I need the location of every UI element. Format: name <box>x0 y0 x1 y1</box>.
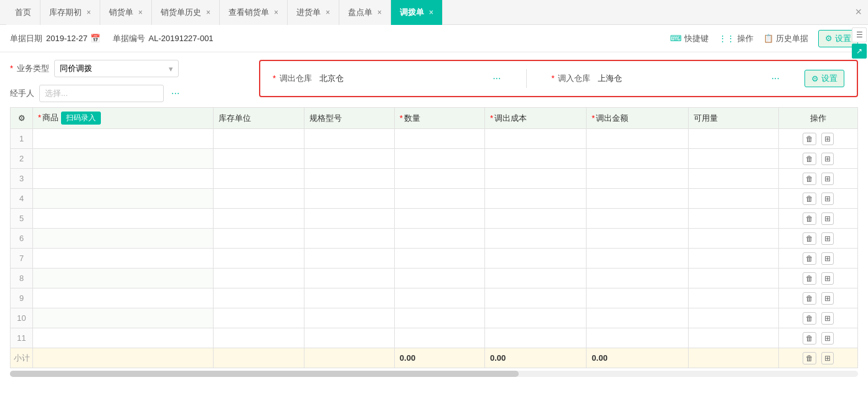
row-4-available[interactable] <box>688 189 778 209</box>
row-3-cost[interactable] <box>485 169 587 189</box>
row-8-unit[interactable] <box>214 269 304 288</box>
shortcut-button[interactable]: ⌨ 快捷键 <box>670 33 709 44</box>
row-4-unit[interactable] <box>214 189 304 209</box>
tab-purchase[interactable]: 进货单 × <box>288 0 339 25</box>
row-5-amount[interactable] <box>587 209 688 229</box>
row-1-available[interactable] <box>688 129 778 149</box>
row-7-product[interactable] <box>33 249 214 269</box>
tab-stocktake[interactable]: 盘点单 × <box>339 0 391 25</box>
row-4-amount[interactable] <box>587 189 688 209</box>
row-11-copy-button[interactable]: ⊞ <box>821 332 834 345</box>
row-3-spec[interactable] <box>304 169 394 189</box>
row-5-product[interactable] <box>33 209 214 229</box>
warehouse-out-more-icon[interactable]: ··· <box>493 73 501 84</box>
row-8-delete-button[interactable]: 🗑 <box>803 272 816 285</box>
row-5-spec[interactable] <box>304 209 394 229</box>
row-8-product[interactable] <box>33 269 214 288</box>
row-7-available[interactable] <box>688 249 778 269</box>
tab-home[interactable]: 首页 <box>6 0 40 25</box>
row-10-spec[interactable] <box>304 308 394 328</box>
tab-transfer[interactable]: 调拨单 × <box>391 0 443 25</box>
row-6-copy-button[interactable]: ⊞ <box>821 232 834 245</box>
row-5-unit[interactable] <box>214 209 304 229</box>
operation-button[interactable]: ⋮⋮ 操作 <box>719 33 753 44</box>
row-3-delete-button[interactable]: 🗑 <box>803 173 816 185</box>
row-11-product[interactable] <box>33 328 214 348</box>
close-window-button[interactable]: × <box>855 6 862 19</box>
handler-more-icon[interactable]: ··· <box>171 88 179 99</box>
row-9-product[interactable] <box>33 288 214 308</box>
row-9-amount[interactable] <box>587 288 688 308</box>
warehouse-settings-button[interactable]: ⚙ 设置 <box>804 70 844 87</box>
row-4-spec[interactable] <box>304 189 394 209</box>
close-icon[interactable]: × <box>206 8 210 17</box>
row-3-qty[interactable] <box>394 169 484 189</box>
row-7-delete-button[interactable]: 🗑 <box>803 252 816 265</box>
row-6-delete-button[interactable]: 🗑 <box>803 232 816 245</box>
subtotal-delete-button[interactable]: 🗑 <box>803 352 816 364</box>
row-11-delete-button[interactable]: 🗑 <box>803 332 816 345</box>
row-11-unit[interactable] <box>214 328 304 348</box>
scan-button[interactable]: 扫码录入 <box>61 112 101 125</box>
row-10-delete-button[interactable]: 🗑 <box>803 312 816 325</box>
row-9-copy-button[interactable]: ⊞ <box>821 292 834 305</box>
row-6-spec[interactable] <box>304 229 394 249</box>
history-button[interactable]: 📋 历史单据 <box>763 33 808 44</box>
business-type-select[interactable]: 同价调拨 ▾ <box>54 60 179 77</box>
row-4-qty[interactable] <box>394 189 484 209</box>
row-3-amount[interactable] <box>587 169 688 189</box>
row-6-qty[interactable] <box>394 229 484 249</box>
row-9-available[interactable] <box>688 288 778 308</box>
row-5-qty[interactable] <box>394 209 484 229</box>
row-4-product[interactable] <box>33 189 214 209</box>
row-3-unit[interactable] <box>214 169 304 189</box>
tab-sales[interactable]: 销货单 × <box>100 0 152 25</box>
row-7-cost[interactable] <box>485 249 587 269</box>
row-8-amount[interactable] <box>587 269 688 288</box>
row-11-qty[interactable] <box>394 328 484 348</box>
row-6-amount[interactable] <box>587 229 688 249</box>
row-9-qty[interactable] <box>394 288 484 308</box>
row-5-delete-button[interactable]: 🗑 <box>803 212 816 225</box>
row-8-spec[interactable] <box>304 269 394 288</box>
row-7-qty[interactable] <box>394 249 484 269</box>
row-7-spec[interactable] <box>304 249 394 269</box>
row-3-available[interactable] <box>688 169 778 189</box>
row-5-available[interactable] <box>688 209 778 229</box>
warehouse-in-more-icon[interactable]: ··· <box>771 73 780 84</box>
close-icon[interactable]: × <box>274 8 278 17</box>
row-9-delete-button[interactable]: 🗑 <box>803 292 816 305</box>
close-icon[interactable]: × <box>87 8 91 17</box>
row-10-amount[interactable] <box>587 308 688 328</box>
row-5-copy-button[interactable]: ⊞ <box>821 212 834 225</box>
row-11-spec[interactable] <box>304 328 394 348</box>
tab-inventory-init[interactable]: 库存期初 × <box>40 0 100 25</box>
th-gear[interactable]: ⚙ <box>11 108 33 129</box>
row-2-amount[interactable] <box>587 149 688 169</box>
row-1-delete-button[interactable]: 🗑 <box>803 133 816 145</box>
row-1-amount[interactable] <box>587 129 688 149</box>
subtotal-copy-button[interactable]: ⊞ <box>821 352 834 364</box>
row-9-cost[interactable] <box>485 288 587 308</box>
row-2-available[interactable] <box>688 149 778 169</box>
sidebar-expand-button[interactable]: ↗ <box>852 44 867 59</box>
row-6-unit[interactable] <box>214 229 304 249</box>
row-2-delete-button[interactable]: 🗑 <box>803 153 816 165</box>
row-1-spec[interactable] <box>304 129 394 149</box>
handler-select[interactable]: 选择... <box>39 85 164 102</box>
row-7-unit[interactable] <box>214 249 304 269</box>
close-icon[interactable]: × <box>326 8 330 17</box>
row-10-unit[interactable] <box>214 308 304 328</box>
row-1-product[interactable] <box>33 129 214 149</box>
row-11-amount[interactable] <box>587 328 688 348</box>
row-10-product[interactable] <box>33 308 214 328</box>
close-icon[interactable]: × <box>377 8 382 17</box>
close-icon[interactable]: × <box>138 8 143 17</box>
row-1-qty[interactable] <box>394 129 484 149</box>
row-3-copy-button[interactable]: ⊞ <box>821 173 834 185</box>
row-1-cost[interactable] <box>485 129 587 149</box>
row-11-cost[interactable] <box>485 328 587 348</box>
row-10-cost[interactable] <box>485 308 587 328</box>
calendar-icon[interactable]: 📅 <box>90 34 100 43</box>
row-5-cost[interactable] <box>485 209 587 229</box>
